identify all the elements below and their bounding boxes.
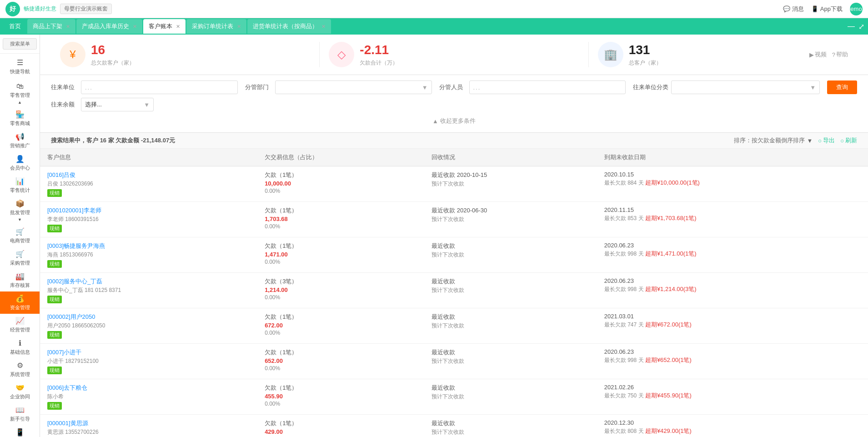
dept-select[interactable]: ▼ — [275, 80, 432, 94]
collapse-up-icon: ▲ — [432, 118, 438, 125]
sidebar-item-basic-info[interactable]: ℹ 基础信息 — [0, 336, 40, 358]
debt-amount-4[interactable]: 672.00 — [265, 322, 417, 329]
sidebar-item-purchase[interactable]: 🛒 采购管理 — [0, 247, 40, 269]
customer-name-1[interactable]: [0001020001]李老师 — [47, 206, 250, 215]
overdue-link-2[interactable]: 超期¥1,471.00(1笔) — [645, 250, 697, 257]
customer-name-0[interactable]: [0016]吕俊 — [47, 171, 250, 179]
overdue-link-0[interactable]: 超期¥10,000.00(1笔) — [645, 179, 700, 186]
cell-collect-6: 最近收款 预计下次收款 — [424, 379, 597, 415]
overdue-link-6[interactable]: 超期¥455.90(1笔) — [645, 392, 692, 399]
help-link[interactable]: ? 帮助 — [832, 50, 848, 59]
operations-icon: 📈 — [15, 316, 25, 325]
sidebar-item-retail-mall[interactable]: 🏪 零售商城 — [0, 107, 40, 130]
customer-tag-6: 现销 — [47, 402, 62, 410]
tab-minimize-btn[interactable]: — — [848, 22, 855, 31]
sidebar-item-wholesale[interactable]: 📦 批发管理 ▼ — [0, 196, 40, 225]
cell-collect-7: 最近收款 预计下次收款 — [424, 415, 597, 437]
overdue-info-7: 最长欠款 808 天 超期¥429.00(1笔) — [604, 427, 861, 435]
tab-home[interactable]: 首页 — [4, 19, 26, 34]
tab-purchase-stats[interactable]: 进货单统计表（按商品） ✕ — [247, 19, 331, 34]
user-menu[interactable]: demo2 — [850, 3, 863, 15]
main-layout: 搜索菜单 ☰ 快捷导航 🛍 零售管理 ▲ 🏪 零售商城 📢 营销推广 👤 会员中… — [0, 35, 868, 437]
sidebar-item-retail-mgmt[interactable]: 🛍 零售管理 ▲ — [0, 80, 40, 107]
category-select[interactable]: ▼ — [671, 80, 820, 94]
sidebar-item-retail-stats[interactable]: 📊 零售统计 — [0, 174, 40, 196]
tab-purchase-stats-close[interactable]: ✕ — [321, 24, 326, 30]
video-link[interactable]: ▶ 视频 — [809, 50, 827, 59]
customer-sub-1: 李老师 18600391516 — [47, 216, 250, 223]
tab-purchase-summary-close[interactable]: ✕ — [237, 24, 241, 30]
sidebar-item-finance[interactable]: 💰 资金管理 — [0, 291, 40, 314]
refresh-btn[interactable]: ○ 刷新 — [840, 136, 857, 145]
customer-tag-1: 现销 — [47, 225, 62, 232]
debt-amount-0[interactable]: 10,000.00 — [265, 180, 417, 187]
tab-product-history-close[interactable]: ✕ — [133, 24, 137, 30]
from-unit-input[interactable]: ... — [81, 80, 238, 94]
tab-product-history[interactable]: 产成品入库单历史 ✕ — [76, 19, 142, 34]
sidebar-item-enterprise-collab[interactable]: 🤝 企业协同 — [0, 381, 40, 403]
customer-name-4[interactable]: [000002]用户2050 — [47, 313, 250, 321]
sidebar-item-app-center[interactable]: 📱 应用中心 — [0, 425, 40, 437]
stat-debt-customers-icon: ¥ — [60, 42, 85, 67]
customer-name-2[interactable]: [0003]畅捷服务尹海燕 — [47, 242, 250, 250]
overdue-link-4[interactable]: 超期¥672.00(1笔) — [645, 321, 692, 328]
debt-amount-1[interactable]: 1,703.68 — [265, 216, 417, 222]
debt-count-7: 欠款（1笔） — [265, 419, 417, 427]
due-date-5: 2020.06.23 — [604, 348, 861, 355]
overdue-link-5[interactable]: 超期¥652.00(1笔) — [645, 357, 692, 363]
customer-name-7[interactable]: [000001]黄思源 — [47, 419, 250, 427]
collapse-btn[interactable]: ▲ 收起更多条件 — [432, 117, 476, 125]
cell-due-7: 2020.12.30 最长欠款 808 天 超期¥429.00(1笔) — [597, 415, 868, 437]
col-due-date: 到期未收款日期 — [597, 149, 868, 166]
export-icon: ○ — [818, 137, 822, 144]
logo-text: 畅捷通好生意 — [24, 5, 56, 13]
overdue-link-3[interactable]: 超期¥1,214.00(3笔) — [645, 286, 697, 292]
customer-sub-0: 吕俊 13026203696 — [47, 180, 250, 188]
sidebar-item-system[interactable]: ⚙ 系统管理 — [0, 358, 40, 381]
overdue-link-7[interactable]: 超期¥429.00(1笔) — [645, 427, 692, 434]
collect-date-6: 最近收款 — [431, 384, 590, 392]
tab-customer-account-close[interactable]: ✕ — [176, 24, 180, 30]
from-unit-dots: ... — [85, 84, 93, 91]
debt-amount-2[interactable]: 1,471.00 — [265, 251, 417, 258]
overdue-link-1[interactable]: 超期¥1,703.68(1笔) — [645, 215, 697, 221]
sidebar-item-operations[interactable]: 📈 经营管理 — [0, 314, 40, 336]
customer-name-5[interactable]: [0007]小进干 — [47, 348, 250, 357]
sidebar-item-beginner[interactable]: 📖 新手引导 — [0, 403, 40, 425]
debt-amount-7[interactable]: 429.00 — [265, 428, 417, 435]
balance-select[interactable]: 选择... ▼ — [81, 98, 154, 111]
beginner-icon: 📖 — [15, 406, 25, 414]
tab-maximize-btn[interactable]: ⤢ — [858, 22, 864, 31]
search-button[interactable]: 查询 — [827, 80, 857, 94]
debt-amount-6[interactable]: 455.90 — [265, 393, 417, 400]
table-row: [000001]黄思源 黄思源 13552700226 现销 欠款（1笔） 42… — [40, 415, 868, 437]
cell-debt-1: 欠款（1笔） 1,703.68 0.00% — [257, 202, 424, 237]
export-btn[interactable]: ○ 导出 — [818, 136, 835, 145]
sidebar-item-quick-nav[interactable]: ☰ 快捷导航 — [0, 55, 40, 78]
top-bar: 好 畅捷通好生意 母婴行业演示账套 💬 消息 📱 App下载 demo2 — [0, 0, 868, 18]
debt-count-5: 欠款（1笔） — [265, 348, 417, 357]
sidebar-item-ecommerce[interactable]: 🛒 电商管理 — [0, 225, 40, 247]
sidebar-item-inventory[interactable]: 🏭 库存核算 — [0, 269, 40, 291]
table-row: [0006]去下粮仓 陈小希 现销 欠款（1笔） 455.90 0.00% 最近… — [40, 379, 868, 415]
sort-select[interactable]: 排序：按欠款金额倒序排序 ▼ — [734, 136, 813, 145]
customer-name-3[interactable]: [0002]服务中心_丁磊 — [47, 277, 250, 286]
tab-customer-account[interactable]: 客户账本 ✕ — [143, 19, 186, 34]
message-btn[interactable]: 💬 消息 — [783, 5, 804, 13]
sidebar-item-marketing[interactable]: 📢 营销推广 — [0, 130, 40, 152]
tab-goods[interactable]: 商品上下架 ✕ — [27, 19, 75, 34]
result-info: 搜索结果中，客户 16 家 欠款金额 -21,148.07元 — [51, 136, 175, 145]
customer-name-6[interactable]: [0006]去下粮仓 — [47, 384, 250, 392]
tab-bar: 首页 商品上下架 ✕ 产成品入库单历史 ✕ 客户账本 ✕ 采购订单统计表 ✕ 进… — [0, 18, 868, 35]
debt-amount-3[interactable]: 1,214.00 — [265, 286, 417, 293]
industry-selector[interactable]: 母婴行业演示账套 — [60, 4, 112, 14]
search-menu-btn[interactable]: 搜索菜单 — [3, 38, 37, 50]
tab-purchase-summary[interactable]: 采购订单统计表 ✕ — [186, 19, 246, 34]
video-icon: ▶ — [809, 51, 814, 58]
tab-goods-close[interactable]: ✕ — [66, 24, 70, 30]
person-input[interactable]: ... — [469, 80, 626, 94]
collect-date-5: 最近收款 — [431, 348, 590, 357]
sidebar-item-member[interactable]: 👤 会员中心 — [0, 152, 40, 174]
debt-amount-5[interactable]: 652.00 — [265, 357, 417, 364]
app-download-btn[interactable]: 📱 App下载 — [811, 5, 843, 13]
